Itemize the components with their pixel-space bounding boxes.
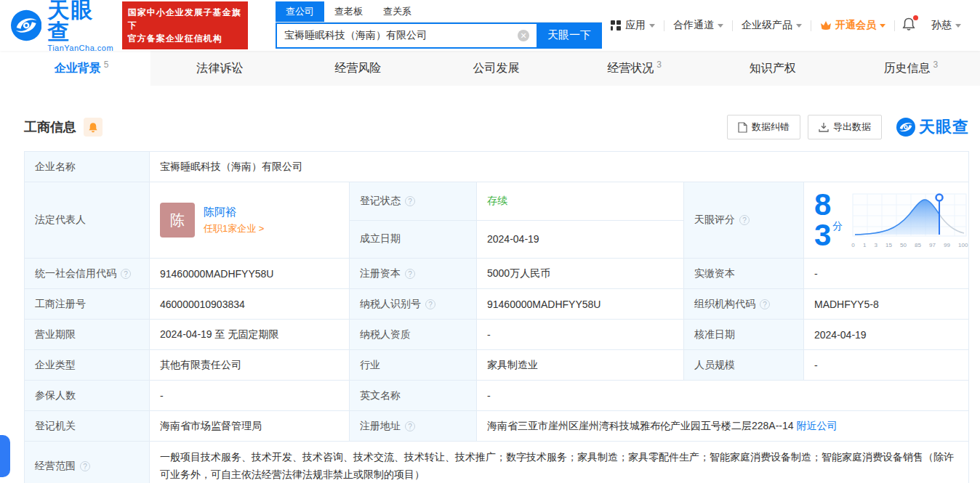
table-row: 统一社会信用代码 91460000MADHFYY58U 注册资本 5000万人民… [25,259,969,289]
watermark-logo: 天眼查 [896,116,969,138]
taxpayer-qual-value: - [477,320,684,350]
business-term-value: 2024-04-19 至 无固定期限 [150,320,350,350]
search-tab-boss[interactable]: 查老板 [324,1,373,22]
reg-capital-label: 注册资本 [360,267,401,280]
reg-capital-value: 5000万人民币 [477,259,684,289]
logo-domain-text: TianYanCha.com [47,44,114,52]
tab-operating-status[interactable]: 经营状况 3 [566,51,704,86]
nav-user[interactable]: 孙慈 [923,19,970,32]
badge-line1: 国家中小企业发展子基金旗下 [128,6,242,32]
score-label: 天眼评分 [694,214,735,227]
tab-history-info[interactable]: 历史信息 3 [842,51,980,86]
export-data-button[interactable]: 导出数据 [808,115,882,139]
table-row: 企业名称 宝褥睡眠科技（海南）有限公司 [25,152,969,182]
nav-vip[interactable]: 开通会员 [811,19,894,32]
company-name-value: 宝褥睡眠科技（海南）有限公司 [150,152,969,182]
help-icon[interactable] [405,196,415,206]
approval-date-value: 2024-04-19 [804,320,969,350]
taxpayer-id-label-cell: 纳税人识别号 [350,289,477,320]
table-row: 工商注册号 460000010903834 纳税人识别号 91460000MAD… [25,289,969,320]
tab-label: 公司发展 [473,61,519,76]
tab-label: 经营风险 [334,61,381,76]
reg-authority-label: 登记机关 [25,411,150,442]
table-row: 法定代表人 陈 陈阿裕 任职1家企业 > 登记状态 存续 天眼评分 83 [25,182,969,221]
reg-number-label: 工商注册号 [25,289,150,320]
nav-partner[interactable]: 合作通道 [664,19,732,32]
avatar[interactable]: 陈 [160,203,195,238]
chevron-down-icon [649,24,655,28]
reg-address-value: 海南省三亚市崖州区崖州湾科技城雅布伦产业园五号楼二层228A--14 [487,420,794,431]
business-info-table: 企业名称 宝褥睡眠科技（海南）有限公司 法定代表人 陈 陈阿裕 任职1家企业 >… [24,151,969,483]
download-icon [819,122,829,132]
search-area: 查公司 查老板 查关系 ✕ 天眼一下 [276,3,602,49]
reg-address-label-cell: 注册地址 [350,411,477,442]
help-icon[interactable] [405,421,415,431]
tab-company-development[interactable]: 公司发展 [427,51,565,86]
business-term-label: 营业期限 [25,320,150,350]
legal-rep-companies-link[interactable]: 任职1家企业 > [204,222,264,235]
company-type-value: 其他有限责任公司 [150,350,350,381]
search-tab-company[interactable]: 查公司 [276,1,324,22]
nav-enterprise-label: 企业级产品 [742,19,792,32]
top-header: 天眼查 TianYanCha.com 国家中小企业发展子基金旗下 官方备案企业征… [0,0,980,51]
search-button[interactable]: 天眼一下 [537,23,602,49]
help-icon[interactable] [739,215,750,225]
help-icon[interactable] [760,299,770,309]
reg-address-label: 注册地址 [360,420,401,433]
status-badge: 存续 [487,195,507,206]
nav-apps[interactable]: 应用 [602,19,664,32]
tab-label: 企业背景 [55,61,101,76]
tianyancha-logo[interactable]: 天眼查 TianYanCha.com [11,0,115,52]
tab-operating-risk[interactable]: 经营风险 [289,51,427,86]
search-tab-relation[interactable]: 查关系 [373,1,422,22]
reg-status-label: 登记状态 [360,195,401,208]
industry-label: 行业 [350,350,477,381]
reg-number-value: 460000010903834 [150,289,350,320]
nav-enterprise[interactable]: 企业级产品 [733,19,811,32]
help-icon[interactable] [80,461,90,471]
business-scope-text: 一般项目技术服务、技术开发、技术咨询、技术交流、技术转让、技术推广；数字技术服务… [160,449,958,483]
table-row: 经营范围 一般项目技术服务、技术开发、技术咨询、技术交流、技术转让、技术推广；数… [25,442,969,483]
help-icon[interactable] [425,299,435,309]
approval-date-label: 核准日期 [684,320,804,350]
taxpayer-id-label: 纳税人识别号 [360,298,421,311]
clear-search-icon[interactable]: ✕ [518,30,529,41]
top-nav: 应用 合作通道 企业级产品 开通会员 [602,17,970,33]
business-scope-label-cell: 经营范围 [25,442,150,483]
chevron-down-icon [718,24,723,28]
notifications-bell[interactable] [895,17,923,33]
floating-side-widget[interactable] [0,435,10,477]
tab-intellectual-property[interactable]: 知识产权 [704,51,842,86]
score-unit: 分 [832,220,843,233]
help-icon[interactable] [121,269,131,279]
establish-date-value: 2024-04-19 [477,220,684,259]
chevron-down-icon [796,24,802,28]
reg-address-cell: 海南省三亚市崖州区崖州湾科技城雅布伦产业园五号楼二层228A--14 附近公司 [477,411,969,442]
nav-partner-label: 合作通道 [673,19,714,32]
badge-line2: 官方备案企业征信机构 [128,32,242,45]
table-row: 企业类型 其他有限责任公司 行业 家具制造业 人员规模 - [25,350,969,381]
data-correction-button[interactable]: 数据纠错 [727,115,800,139]
company-tab-strip: 企业背景 5 法律诉讼 经营风险 公司发展 经营状况 3 知识产权 历史信息 3 [12,51,980,86]
subscribe-bell-button[interactable] [84,118,103,137]
help-icon[interactable] [405,269,415,279]
chevron-down-icon [880,24,885,28]
section-header: 工商信息 数据纠错 导出数据 [24,86,969,151]
apps-grid-icon [611,20,621,31]
business-scope-value: 一般项目技术服务、技术开发、技术咨询、技术交流、技术转让、技术推广；数字技术服务… [150,442,969,483]
tab-count: 3 [933,60,939,70]
tab-company-background[interactable]: 企业背景 5 [12,51,150,86]
tab-legal-litigation[interactable]: 法律诉讼 [150,51,289,86]
english-name-value: - [477,381,969,411]
legal-rep-name-link[interactable]: 陈阿裕 [204,206,264,219]
legal-rep-cell: 陈 陈阿裕 任职1家企业 > [150,182,350,259]
table-row: 营业期限 2024-04-19 至 无固定期限 纳税人资质 - 核准日期 202… [25,320,969,350]
org-code-value: MADHFYY5-8 [804,289,969,320]
insured-value: - [150,381,350,411]
nearby-companies-link[interactable]: 附近公司 [796,420,837,431]
reg-authority-value: 海南省市场监督管理局 [150,411,350,442]
score-axis-ticks: 0131550859799100 [851,242,968,248]
tab-count: 3 [656,60,662,70]
search-input[interactable] [284,30,518,41]
establish-date-label: 成立日期 [350,220,477,259]
